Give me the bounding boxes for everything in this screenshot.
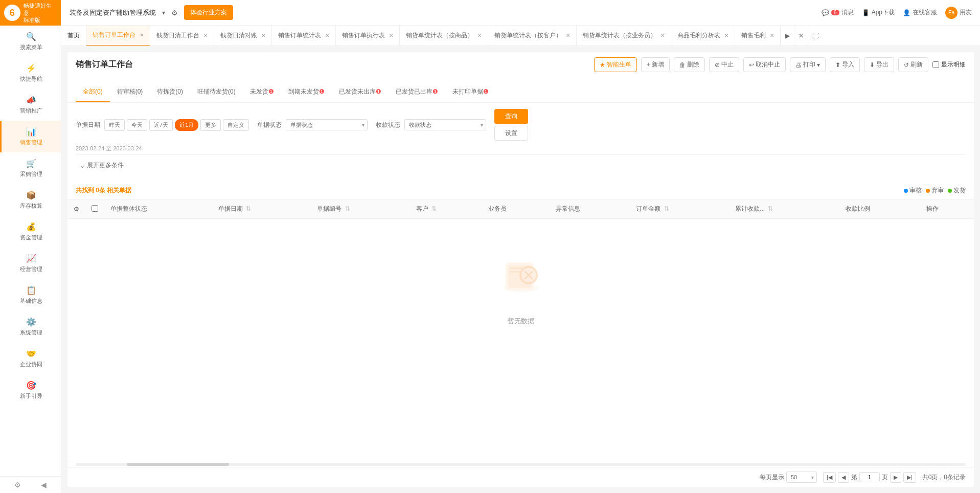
- page-first-btn[interactable]: |◀: [823, 472, 836, 483]
- tab-close-icon[interactable]: ✕: [566, 33, 570, 38]
- reject-btn[interactable]: 弃审: [926, 186, 944, 195]
- date-btn-custom[interactable]: 自定义: [223, 119, 249, 131]
- page-size-select[interactable]: 50 10 20 100: [786, 472, 817, 483]
- tab-close-icon[interactable]: ✕: [724, 33, 728, 38]
- tab-sales-stats[interactable]: 销售订单统计表 ✕: [272, 26, 336, 46]
- payment-select[interactable]: 收款状态: [404, 119, 486, 130]
- delete-button[interactable]: 🗑 删除: [674, 57, 705, 72]
- tab-close-icon[interactable]: ✕: [325, 33, 329, 38]
- message-item[interactable]: 💬 6 消息: [822, 8, 854, 17]
- page-last-btn[interactable]: ▶|: [903, 472, 916, 483]
- filter-tab-pending-review[interactable]: 待审核(0): [110, 82, 150, 102]
- tab-nav-fullscreen[interactable]: ⛶: [808, 26, 823, 46]
- th-amount[interactable]: 订单金额 ⇅: [630, 199, 729, 219]
- ship-btn[interactable]: 发货: [948, 186, 966, 195]
- tab-close-icon[interactable]: ✕: [477, 33, 482, 38]
- table-scroll-area[interactable]: ⚙ 单据整体状态: [67, 199, 974, 461]
- tab-gross-margin[interactable]: 商品毛利分析表 ✕: [671, 26, 735, 46]
- app-download-item[interactable]: 📱 App下载: [862, 8, 895, 17]
- sidebar-item-finance[interactable]: 💰 资金管理: [0, 216, 61, 248]
- date-btn-more[interactable]: 更多: [200, 119, 221, 131]
- date-btn-1month[interactable]: 近1月: [175, 119, 198, 131]
- trial-button[interactable]: 体验行业方案: [184, 5, 233, 20]
- add-button[interactable]: + 新增: [641, 57, 670, 72]
- tab-cash-daily[interactable]: 钱货日清工作台 ✕: [150, 26, 214, 46]
- tab-sales-summary-prod[interactable]: 销货单统计表（按商品） ✕: [400, 26, 488, 46]
- sidebar-item-sales[interactable]: 📊 销售管理: [0, 121, 61, 152]
- approve-btn[interactable]: 审核: [904, 186, 922, 195]
- th-customer[interactable]: 客户 ⇅: [410, 199, 482, 219]
- top-header: 装备及固定资产辅助管理系统 ▾ ⚙ 体验行业方案 💬 6 消息 📱 App下载 …: [61, 0, 980, 26]
- tab-home[interactable]: 首页: [61, 26, 86, 46]
- tab-sales-workbench[interactable]: 销售订单工作台 ✕: [86, 26, 150, 46]
- cancel-stop-button[interactable]: ↩ 取消中止: [743, 57, 786, 72]
- filter-tab-all[interactable]: 全部(0): [76, 82, 110, 102]
- tab-close-icon[interactable]: ✕: [660, 33, 665, 38]
- th-number[interactable]: 单据编号 ⇅: [311, 199, 410, 219]
- purchase-icon: 🛒: [26, 159, 36, 168]
- show-detail-checkbox[interactable]: [932, 61, 939, 68]
- sidebar-item-purchase[interactable]: 🛒 采购管理: [0, 152, 61, 184]
- tab-nav-more[interactable]: ▶: [781, 26, 794, 46]
- header-gear-icon[interactable]: ⚙: [171, 9, 178, 17]
- page-next-btn[interactable]: ▶: [890, 472, 901, 483]
- message-icon: 💬: [822, 9, 829, 16]
- filter-tab-shipped-out[interactable]: 已发货已出库❶: [389, 82, 445, 102]
- th-collected[interactable]: 累计收款... ⇅: [729, 199, 839, 219]
- sidebar-item-guide[interactable]: 🎯 新手引导: [0, 374, 61, 406]
- tab-close-icon[interactable]: ✕: [203, 33, 208, 38]
- filter-tab-overdue[interactable]: 到期未发货❶: [281, 82, 332, 102]
- online-service-item[interactable]: 👤 在线客服: [903, 8, 937, 17]
- header-dropdown[interactable]: ▾: [162, 9, 165, 16]
- filter-tab-unprinted[interactable]: 未打印单据❶: [445, 82, 496, 102]
- tab-close-icon[interactable]: ✕: [389, 33, 393, 38]
- filter-tab-pending-inspect[interactable]: 待拣货(0): [150, 82, 190, 102]
- expand-button[interactable]: ⌄ 展开更多条件: [76, 159, 966, 172]
- sidebar-item-inventory[interactable]: 📦 库存核算: [0, 184, 61, 216]
- sidebar-item-quick-nav[interactable]: ⚡ 快捷导航: [0, 57, 61, 89]
- date-btn-today[interactable]: 今天: [127, 119, 147, 131]
- tab-cash-reconcile[interactable]: 钱货日清对账 ✕: [214, 26, 272, 46]
- tab-nav-close-current[interactable]: ✕: [794, 26, 808, 46]
- refresh-button[interactable]: ↺ 刷新: [898, 57, 928, 72]
- select-all-checkbox[interactable]: [92, 205, 98, 212]
- th-date[interactable]: 单据日期 ⇅: [212, 199, 311, 219]
- scroll-thumb[interactable]: [127, 463, 229, 466]
- tab-sales-exec[interactable]: 销售订单执行表 ✕: [336, 26, 400, 46]
- ship-dot-icon: [948, 189, 952, 193]
- tab-sales-profit[interactable]: 销售毛利 ✕: [735, 26, 781, 46]
- filter-tab-unshipped[interactable]: 未发货❶: [243, 82, 281, 102]
- tab-close-icon[interactable]: ✕: [140, 32, 144, 38]
- import-button[interactable]: ⬆ 导入: [830, 57, 860, 72]
- set-button[interactable]: 设置: [494, 126, 528, 141]
- tab-sales-summary-cust[interactable]: 销货单统计表（按客户） ✕: [488, 26, 577, 46]
- sidebar-item-search[interactable]: 🔍 搜索菜单: [0, 26, 61, 57]
- filter-tab-shipped-no-warehouse[interactable]: 已发货未出库❶: [332, 82, 389, 102]
- query-button[interactable]: 查询: [494, 109, 528, 124]
- settings-icon[interactable]: ⚙: [14, 481, 21, 489]
- scroll-bar-area[interactable]: [67, 461, 974, 467]
- sidebar-item-basic-info[interactable]: 📋 基础信息: [0, 279, 61, 311]
- status-select[interactable]: 单据状态: [286, 119, 368, 130]
- collapse-icon[interactable]: ◀: [41, 481, 47, 489]
- export-button[interactable]: ⬇ 导出: [864, 57, 894, 72]
- date-btn-7days[interactable]: 近7天: [149, 119, 173, 131]
- date-btn-yesterday[interactable]: 昨天: [104, 119, 125, 131]
- page-number-input[interactable]: [859, 472, 880, 482]
- scroll-track[interactable]: [76, 463, 966, 466]
- tab-close-icon[interactable]: ✕: [261, 33, 265, 38]
- sidebar-item-system[interactable]: ⚙️ 系统管理: [0, 311, 61, 343]
- sidebar-item-marketing[interactable]: 📣 营销推广: [0, 89, 61, 121]
- show-detail-checkbox-label[interactable]: 显示明细: [932, 60, 966, 69]
- print-button[interactable]: 🖨 打印 ▾: [790, 57, 826, 72]
- stop-button[interactable]: ⊘ 中止: [709, 57, 739, 72]
- page-prev-btn[interactable]: ◀: [838, 472, 849, 483]
- column-settings-icon[interactable]: ⚙: [74, 206, 79, 213]
- user-item[interactable]: Ea 用友: [945, 7, 972, 19]
- filter-tab-wangpu[interactable]: 旺铺待发货(0): [190, 82, 243, 102]
- tab-sales-summary-staff[interactable]: 销货单统计表（按业务员） ✕: [577, 26, 671, 46]
- smart-order-button[interactable]: ★ 智能生单: [594, 57, 637, 72]
- sidebar-item-enterprise[interactable]: 🤝 企业协同: [0, 343, 61, 374]
- sidebar-item-operations[interactable]: 📈 经营管理: [0, 248, 61, 279]
- tab-close-icon[interactable]: ✕: [770, 33, 774, 38]
